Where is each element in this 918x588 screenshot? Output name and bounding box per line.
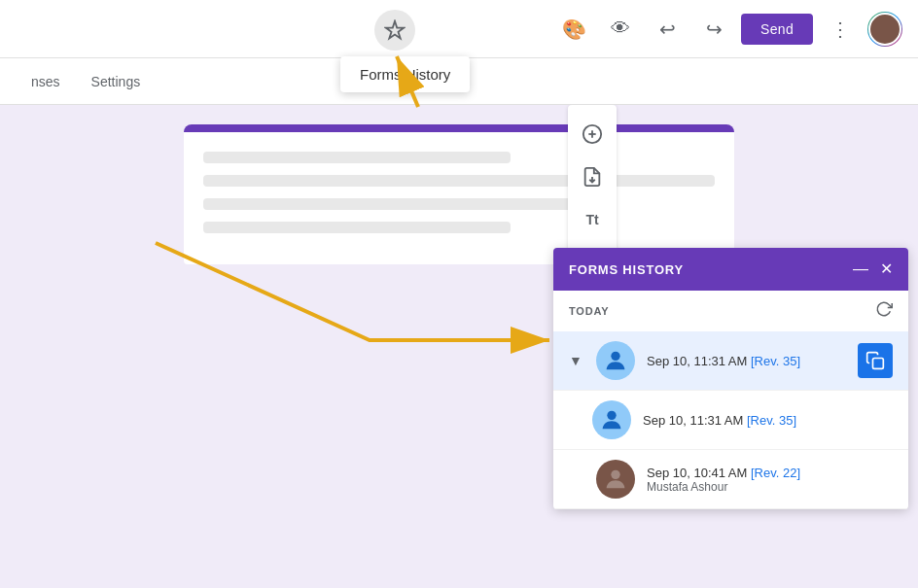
palette-button[interactable]: 🎨: [554, 10, 593, 49]
send-button[interactable]: Send: [741, 14, 813, 45]
redo-button[interactable]: ↪: [694, 10, 733, 49]
minimize-button[interactable]: —: [853, 261, 868, 277]
history-header-actions: — ✕: [853, 261, 893, 277]
history-item-time-2: Sep 10, 11:31 AM [Rev. 35]: [643, 413, 893, 428]
undo-button[interactable]: ↩: [648, 10, 687, 49]
history-item-3[interactable]: ▶ Sep 10, 10:41 AM [Rev. 22] Mustafa Ash…: [553, 450, 908, 509]
svg-point-13: [607, 411, 616, 420]
history-item-time-3: Sep 10, 10:41 AM [Rev. 22]: [647, 466, 893, 480]
history-item-info-3: Sep 10, 10:41 AM [Rev. 22] Mustafa Ashou…: [647, 466, 893, 494]
forms-history-icon[interactable]: [374, 10, 415, 51]
history-item-name-3: Mustafa Ashour: [647, 480, 893, 494]
text-button[interactable]: Tt: [573, 200, 612, 239]
form-line-3: [203, 198, 613, 210]
svg-point-11: [611, 352, 619, 361]
avatar-2: [592, 400, 631, 439]
avatar-3: [596, 460, 635, 499]
history-panel: FORMS HISTORY — ✕ TODAY ▼ Sep 10, 11:31 …: [553, 248, 908, 509]
tab-settings[interactable]: Settings: [76, 62, 157, 104]
tooltip-popup: Forms History: [340, 56, 470, 92]
copy-button-1[interactable]: [858, 343, 893, 378]
svg-point-14: [611, 470, 619, 479]
tooltip-text: Forms History: [360, 66, 450, 83]
add-element-button[interactable]: [573, 115, 612, 154]
today-label: TODAY: [569, 305, 609, 317]
form-card: [184, 132, 734, 264]
tab-responses[interactable]: nses: [16, 62, 76, 104]
history-item-2[interactable]: Sep 10, 11:31 AM [Rev. 35]: [553, 391, 908, 450]
form-line-2: [203, 175, 715, 187]
history-header: FORMS HISTORY — ✕: [553, 248, 908, 291]
close-button[interactable]: ✕: [880, 261, 893, 277]
form-line-1: [203, 152, 511, 163]
history-item-rev-3: [Rev. 22]: [751, 466, 800, 480]
form-header-bar: [184, 124, 734, 132]
history-panel-title: FORMS HISTORY: [569, 262, 684, 277]
history-item-rev-2: [Rev. 35]: [747, 413, 796, 428]
top-toolbar: 🎨 👁 ↩ ↪ Send ⋮: [0, 0, 918, 58]
history-item-rev-1: [Rev. 35]: [751, 354, 800, 368]
svg-rect-12: [873, 359, 884, 369]
history-item-info-2: Sep 10, 11:31 AM [Rev. 35]: [643, 413, 893, 428]
preview-button[interactable]: 👁: [601, 10, 640, 49]
history-item-info-1: Sep 10, 11:31 AM [Rev. 35]: [647, 354, 846, 368]
history-item-time-1: Sep 10, 11:31 AM [Rev. 35]: [647, 354, 846, 368]
avatar-1: [596, 341, 635, 380]
refresh-button[interactable]: [875, 300, 893, 322]
expand-icon-1: ▼: [569, 353, 584, 368]
avatar[interactable]: [867, 12, 902, 47]
history-item-1[interactable]: ▼ Sep 10, 11:31 AM [Rev. 35]: [553, 331, 908, 391]
import-button[interactable]: [573, 157, 612, 196]
more-options-button[interactable]: ⋮: [821, 10, 860, 49]
today-section: TODAY: [553, 291, 908, 331]
form-line-4: [203, 222, 511, 233]
